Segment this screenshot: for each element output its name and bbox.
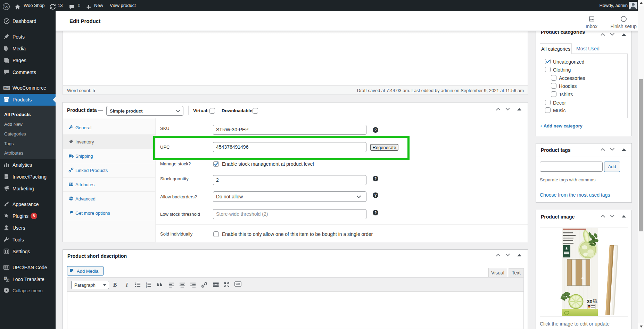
svg-text:Woo: Woo	[4, 87, 9, 89]
svg-text:文: 文	[6, 279, 9, 282]
svg-text:3: 3	[146, 286, 147, 288]
svg-text:30: 30	[587, 298, 593, 304]
svg-text:W: W	[4, 4, 9, 9]
svg-text:PCS.: PCS.	[593, 301, 597, 303]
